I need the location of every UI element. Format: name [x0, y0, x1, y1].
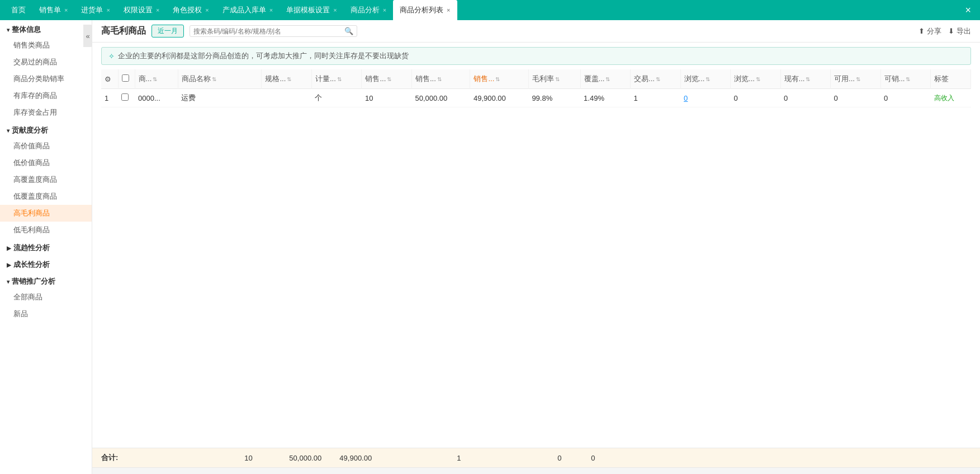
group-expand-arrow-4: ▶ [7, 262, 11, 268]
sidebar-item-sales-goods[interactable]: 销售类商品 [0, 37, 92, 54]
group-expand-arrow: ▾ [7, 27, 10, 33]
close-product-inbound[interactable]: × [269, 7, 273, 13]
footer-sales-amount: 50,000.00 [286, 454, 336, 462]
sort-icon-sales-amount: ⇅ [437, 76, 442, 82]
search-input[interactable] [193, 27, 344, 35]
nav-template-settings[interactable]: 单据模板设置 × [280, 0, 343, 20]
sort-icon-browse1: ⇅ [706, 76, 710, 82]
footer-sales-qty: 10 [241, 454, 286, 462]
sidebar-item-new-goods[interactable]: 新品 [0, 306, 92, 322]
export-button[interactable]: ⬇ 导出 [948, 26, 971, 36]
sidebar-item-low-margin[interactable]: 低毛利商品 [0, 222, 92, 238]
sort-icon-code: ⇅ [153, 76, 157, 82]
sort-icon-sellable-stock: ⇅ [906, 76, 910, 82]
nav-product-analysis-list[interactable]: 商品分析列表 × [393, 0, 457, 20]
header-actions: ⬆ 分享 ⬇ 导出 [919, 26, 971, 36]
search-icon[interactable]: 🔍 [344, 27, 353, 35]
sort-icon-available-stock: ⇅ [856, 76, 860, 82]
nav-sales-order[interactable]: 销售单 × [32, 0, 74, 20]
col-available-stock[interactable]: 可用...⇅ [831, 69, 881, 89]
sidebar: « ▾ 整体信息 销售类商品 交易过的商品 商品分类助销率 有库存的商品 库存资… [0, 20, 92, 474]
sidebar-item-high-value[interactable]: 高价值商品 [0, 138, 92, 154]
nav-permission-settings[interactable]: 权限设置 × [117, 0, 166, 20]
info-banner: ✧ 企业的主要的利润都是这部分商品创造的，可考虑加大推广，同时关注库存是不要出现… [101, 47, 971, 65]
info-icon: ✧ [108, 52, 115, 60]
cell-browse1[interactable]: 0 [680, 89, 731, 107]
close-product-analysis-list[interactable]: × [447, 7, 450, 13]
sort-icon-name: ⇅ [212, 76, 216, 82]
sidebar-collapse-button[interactable]: « [83, 25, 92, 47]
sidebar-item-high-margin[interactable]: 高毛利商品 [0, 205, 92, 222]
col-sales-amount[interactable]: 销售...⇅ [411, 69, 470, 89]
sidebar-group-overall[interactable]: ▾ 整体信息 [0, 20, 92, 37]
close-permission-settings[interactable]: × [156, 7, 159, 13]
col-sellable-stock[interactable]: 可销...⇅ [880, 69, 931, 89]
cell-coverage: 1.49% [580, 89, 631, 107]
footer-trade-count: 1 [453, 454, 487, 462]
table-row: 1 0000... 运费 个 10 50,000.00 49,900.00 99… [101, 89, 971, 107]
sort-icon-spec: ⇅ [287, 76, 291, 82]
sort-icon-sales-qty: ⇅ [387, 76, 391, 82]
col-tag[interactable]: 标签 [931, 69, 971, 89]
cell-name: 运费 [178, 89, 262, 107]
close-purchase-order[interactable]: × [106, 7, 110, 13]
sidebar-item-category-rate[interactable]: 商品分类助销率 [0, 71, 92, 87]
col-browse2[interactable]: 浏览...⇅ [731, 69, 781, 89]
sidebar-item-high-coverage[interactable]: 高覆盖度商品 [0, 171, 92, 188]
sidebar-item-stocked-goods[interactable]: 有库存的商品 [0, 87, 92, 104]
filter-recent-month-button[interactable]: 近一月 [152, 25, 184, 37]
data-table-wrapper: ⚙ 商...⇅ 商品名称⇅ 规格...⇅ 计量...⇅ 销售...⇅ 销售...… [92, 69, 980, 448]
cell-browse2: 0 [731, 89, 781, 107]
cell-checkbox[interactable] [118, 89, 135, 107]
col-spec[interactable]: 规格...⇅ [262, 69, 312, 89]
sidebar-item-low-value[interactable]: 低价值商品 [0, 154, 92, 171]
nav-role-auth[interactable]: 角色授权 × [166, 0, 215, 20]
close-product-analysis[interactable]: × [383, 7, 386, 13]
sidebar-item-traded-goods[interactable]: 交易过的商品 [0, 54, 92, 71]
sidebar-item-all-goods[interactable]: 全部商品 [0, 289, 92, 306]
group-expand-arrow-5: ▾ [7, 279, 10, 285]
nav-product-analysis[interactable]: 商品分析 × [344, 0, 393, 20]
close-template-settings[interactable]: × [333, 7, 337, 13]
col-current-stock[interactable]: 现有...⇅ [780, 69, 831, 89]
col-browse1[interactable]: 浏览...⇅ [680, 69, 731, 89]
col-gross-margin[interactable]: 毛利率⇅ [528, 69, 580, 89]
col-checkbox[interactable] [118, 69, 135, 89]
close-role-auth[interactable]: × [205, 7, 209, 13]
col-trade-count[interactable]: 交易...⇅ [631, 69, 681, 89]
sort-icon-unit: ⇅ [337, 76, 342, 82]
col-settings[interactable]: ⚙ [101, 69, 118, 89]
col-sales-profit[interactable]: 销售...⇅ [470, 69, 528, 89]
content-area: 高毛利商品 近一月 🔍 ⬆ 分享 ⬇ 导出 ✧ 企业的主要的利润都是这部分商品创… [92, 20, 980, 474]
cell-trade-count: 1 [631, 89, 681, 107]
footer-current-stock: 0 [554, 454, 588, 462]
cell-sales-profit: 49,900.00 [470, 89, 528, 107]
col-coverage[interactable]: 覆盖...⇅ [580, 69, 631, 89]
col-code[interactable]: 商...⇅ [135, 69, 178, 89]
sidebar-item-stock-fund[interactable]: 库存资金占用 [0, 104, 92, 121]
sidebar-group-growth[interactable]: ▶ 成长性分析 [0, 255, 92, 272]
browse1-link[interactable]: 0 [684, 94, 688, 102]
sort-icon-gross-margin: ⇅ [555, 76, 560, 82]
sidebar-item-low-coverage[interactable]: 低覆盖度商品 [0, 188, 92, 205]
nav-purchase-order[interactable]: 进货单 × [74, 0, 116, 20]
footer-total: 合计: 10 50,000.00 49,900.00 1 0 0 [92, 448, 980, 467]
select-all-checkbox[interactable] [122, 74, 129, 82]
row-checkbox[interactable] [121, 93, 129, 101]
close-sales-order[interactable]: × [64, 7, 68, 13]
sidebar-group-trend[interactable]: ▶ 流趋性分析 [0, 238, 92, 255]
nav-product-inbound[interactable]: 产成品入库单 × [216, 0, 280, 20]
main-area: « ▾ 整体信息 销售类商品 交易过的商品 商品分类助销率 有库存的商品 库存资… [0, 20, 980, 474]
share-button[interactable]: ⬆ 分享 [919, 26, 941, 36]
bottom-scrollbar[interactable] [92, 467, 980, 474]
footer-label: 合计: [101, 453, 118, 463]
footer-spacer-2 [386, 454, 420, 462]
close-all-tabs[interactable]: × [960, 4, 976, 16]
nav-home[interactable]: 首页 [4, 0, 32, 20]
sidebar-group-contribution[interactable]: ▾ 贡献度分析 [0, 121, 92, 138]
search-box[interactable]: 🔍 [190, 25, 357, 37]
col-name[interactable]: 商品名称⇅ [178, 69, 262, 89]
col-unit[interactable]: 计量...⇅ [311, 69, 362, 89]
col-sales-qty[interactable]: 销售...⇅ [362, 69, 412, 89]
sidebar-group-marketing[interactable]: ▾ 营销推广分析 [0, 272, 92, 289]
